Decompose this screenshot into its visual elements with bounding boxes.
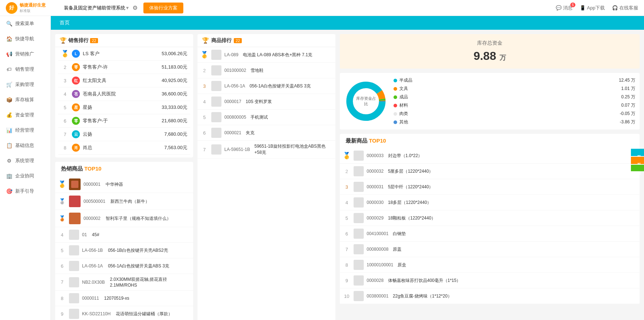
product-name: 18多层（1220*2440） [388,200,637,206]
legend-value: 1.01 万 [621,86,635,92]
message-badge: 6 [570,3,575,7]
inventory-unit: 万 [500,54,506,61]
app-download-button[interactable]: 📱 App下载 [580,5,605,11]
product-img-placeholder [354,213,364,223]
customer-amount: 7,680.00元 [164,131,187,138]
rank-number: 9 [343,278,351,283]
product-img-placeholder [354,166,364,176]
legend-value: 0.25 万 [621,94,635,100]
product-name: 新西兰牛肉（新牛） [110,198,190,205]
legend-name: 半成品 [399,77,617,83]
legend-item: 半成品 12.45 万 [394,77,635,83]
donut-chart: 库存资金占比 [344,79,388,123]
customer-service-button[interactable]: 客服热线 [631,149,644,156]
sidebar-item-marketing[interactable]: 📢 营销推广 [0,46,50,62]
sidebar-item-system[interactable]: ⚙ 系统管理 [0,153,50,168]
logo: 好 畅捷通好生意 标准版 [6,2,57,14]
rank-number: 5 [61,105,69,110]
product-name: 夹克 [246,130,333,136]
product-name: 体畅嘉枚味苏打饮品400毫升（1*15） [388,278,637,284]
scroll-products-list: 🥇 LA-089 电池盖 LA-089 ABS本色+黑种 7.1克 2 0010… [197,47,335,159]
product-name: 056-1B白色按键开关壳ABS2壳 [108,247,190,254]
product-code: 0000029 [367,216,384,221]
online-service-button[interactable]: 🎧 在线客服 [612,5,638,11]
messages-button[interactable]: 💬 消息 6 [556,5,572,11]
sidebar-item-basic-info[interactable]: 📋 基础信息 [0,138,50,153]
scroll-product-item: 3 LA-056-1A 056-1A白色按键开关盖ABS 3克 [197,78,335,94]
product-img-placeholder [211,112,221,122]
rank-number: 8 [343,262,351,268]
legend-value: 12.45 万 [619,77,635,83]
product-name: 原盒 [398,262,637,268]
header-right: 💬 消息 6 📱 App下载 🎧 在线客服 [556,5,638,11]
trial-button[interactable]: 体验行业方案 [143,3,183,13]
inventory-icon: 📦 [6,97,12,103]
medal-icon: 🥇 [61,50,69,58]
sidebar-item-purchase[interactable]: 🛒 采购管理 [0,77,50,92]
rank-number: 5 [200,115,208,120]
logo-text-group: 畅捷通好生意 标准版 [20,2,46,13]
online-label: 在线客服 [619,5,638,11]
sidebar-sales-label: 销售管理 [15,66,34,73]
rank-number: 8 [58,296,66,301]
live-button[interactable]: 直播 [631,165,644,171]
settings-icon[interactable]: ⚙ [133,4,138,11]
product-name: 22g鱼豆腐-烧烤味（1*12*20） [393,293,637,299]
scroll-product-item: 6 0000021 夹克 [197,125,335,141]
sidebar-item-operations[interactable]: 📊 经营管理 [0,123,50,138]
product-code: LA-056-1A [224,83,245,89]
rank-item: 8 肖 肖总 7,563.00元 [58,141,190,155]
newest-product-item: 2 0000032 5厘多层（1220*2440） [340,164,640,179]
inventory-value-display: 9.88 万 [346,49,634,63]
sidebar-guide-label: 新手引导 [15,188,34,194]
sidebar-item-sales[interactable]: 🏷 销售管理 [0,62,50,77]
rank-num: 2 [200,68,208,73]
product-item: 6 LA-056-1A 056-1A白色按键开关盖ABS 3克 [55,258,193,274]
customer-avatar: L [72,50,80,58]
product-name: 45# [92,232,190,237]
product-code: 0000031 [367,184,384,189]
chart-center-label: 库存资金占比 [355,96,377,107]
sales-ranking-title: 销售排行 [68,37,89,44]
product-image-placeholder [69,245,79,255]
newest-products-card: 最新商品 TOP10 🥇 0000033 封边带（1.0*22） 2 00000 [340,134,640,304]
legend-color-dot [394,79,397,82]
medal-icon: 🥇 [200,51,208,59]
rank-num: 2 [343,169,351,174]
sidebar-item-finance[interactable]: 💰 资金管理 [0,107,50,123]
product-code: KK-SD22110H [82,311,111,316]
inventory-label: 库存总资金 [346,40,634,46]
product-code: 0000032 [367,169,384,174]
product-item: 7 NB2.0X30B 2.0X30MM双搓花轴,搓花直径2.1MM/ROHS [55,274,193,291]
sidebar-item-enterprise[interactable]: 🏢 企业协同 [0,168,50,184]
product-image-placeholder [69,293,79,303]
customer-amount: 36,600.00元 [162,91,187,97]
sidebar-item-guide[interactable]: 🎯 新手引导 [0,184,50,199]
service-community-button[interactable]: 服务社区 [631,157,644,164]
system-icon: ⚙ [6,157,12,164]
sidebar-quicknav-label: 快捷导航 [15,36,34,42]
customer-amount: 53,006.26元 [162,50,187,57]
newest-product-item: 10 003800001 22g鱼豆腐-烧烤味（1*12*20） [340,288,640,304]
system-name: 装备及固定资产辅助管理系统 [64,5,125,11]
legend-color-dot [394,87,397,91]
product-code: LA-59651-1B [224,147,250,152]
customer-name: LS 客户 [83,50,159,57]
sidebar-item-inventory[interactable]: 📦 库存核算 [0,92,50,107]
system-selector[interactable]: 装备及固定资产辅助管理系统 ▼ ⚙ [64,4,138,11]
rank-item: 2 零 零售客户-许 51,183.00元 [58,61,190,74]
customer-amount: 33,333.00元 [162,104,187,111]
home-tab[interactable]: 首页 [51,16,78,30]
sidebar-marketing-label: 营销推广 [15,51,34,57]
product-img-placeholder [354,275,364,286]
product-code: 0000011 [82,296,99,301]
legend-name: 其他 [399,119,617,125]
newest-product-item: 4 0000030 18多层（1220*2440） [340,195,640,210]
sidebar-item-search[interactable]: 🔍 搜索菜单 [0,16,50,31]
product-name: 封边带（1.0*22） [388,153,637,159]
customer-name: 星扬 [83,104,159,111]
product-img-placeholder [211,97,221,107]
product-name: 雪地鞋 [250,67,333,74]
customer-name: 零售客户-于 [83,118,159,124]
sidebar-item-quicknav[interactable]: 🏠 快捷导航 [0,31,50,46]
